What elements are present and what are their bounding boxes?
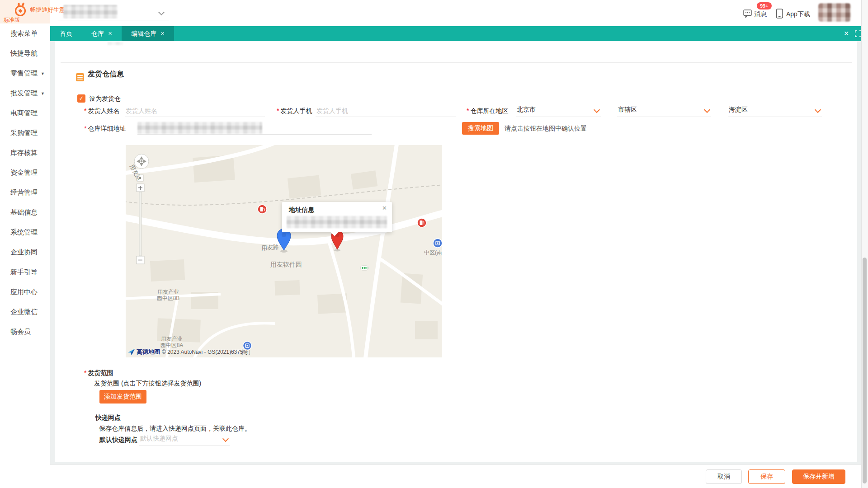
block-8b-label: 用友产业 园中区8B [152, 289, 184, 301]
gaode-logo-icon [127, 348, 135, 356]
phone-icon[interactable] [776, 9, 783, 19]
required-asterisk: * [467, 107, 469, 114]
tab-label: 首页 [60, 30, 72, 38]
gate-icon [433, 239, 442, 248]
tab-close-icon[interactable]: ✕ [108, 31, 112, 37]
sidebar-item-search-menu[interactable]: 搜索菜单 [0, 23, 50, 43]
required-asterisk: * [277, 107, 279, 114]
save-button[interactable]: 保存 [748, 469, 785, 484]
caret-down-icon: ▼ [41, 91, 45, 96]
card-divider [61, 62, 852, 63]
sidebar-item-member[interactable]: 畅会员 [0, 322, 50, 342]
messages-label[interactable]: 消息 [754, 10, 767, 19]
search-map-button[interactable]: 搜索地图 [462, 122, 499, 135]
section-title: 发货仓信息 [88, 70, 124, 79]
save-and-new-button[interactable]: 保存并新增 [792, 469, 845, 484]
brand-name: 畅捷通好生意 [30, 6, 65, 14]
page-scrollbar[interactable] [861, 0, 868, 488]
map[interactable]: 用友路 用友路 用友软件园 用友产业 园中区8B 用友产业 园中区8A 东门 中… [126, 145, 442, 357]
tab-bar: 首页 仓库 ✕ 编辑仓库 ✕ ✕ [50, 26, 868, 41]
map-copyright: © 2023 AutoNavi - GS(2021)6375号 [162, 348, 249, 356]
sidebar-item-ecommerce[interactable]: 电商管理 [0, 103, 50, 123]
tab-edit-warehouse[interactable]: 编辑仓库 ✕ [122, 26, 174, 41]
chevron-down-icon [222, 436, 229, 442]
required-asterisk: * [84, 125, 86, 132]
clipped-content-fragment [108, 42, 123, 45]
close-all-tabs-icon[interactable]: ✕ [844, 30, 849, 37]
sidebar-item-basic-info[interactable]: 基础信息 [0, 202, 50, 222]
chevron-down-icon[interactable] [158, 9, 165, 15]
company-select-underline [58, 20, 169, 20]
set-shipping-warehouse-checkbox[interactable]: ✓ [77, 94, 85, 103]
sidebar-item-beginner-guide[interactable]: 新手引导 [0, 262, 50, 282]
avatar[interactable] [818, 3, 851, 22]
map-zoom-out-control [137, 256, 144, 264]
block-8a-label: 用友产业 园中区8A [156, 336, 188, 348]
sidebar-item-system[interactable]: 系统管理 [0, 222, 50, 242]
park-label: 用友软件园 [270, 261, 302, 269]
form-card: 发货仓信息 ✓ 设为发货仓 *发货人姓名 *发货人手机 *仓库所在地区 北京市 … [55, 41, 857, 462]
tab-close-icon[interactable]: ✕ [160, 31, 165, 37]
gas-station-icon [258, 205, 267, 214]
tab-warehouse[interactable]: 仓库 ✕ [82, 26, 122, 41]
sidebar: 搜索菜单 快捷导航 零售管理▼ 批发管理▼ 电商管理 采购管理 库存核算 资金管… [0, 23, 50, 488]
sidebar-item-retail[interactable]: 零售管理▼ [0, 63, 50, 83]
sidebar-item-funds[interactable]: 资金管理 [0, 163, 50, 183]
caret-down-icon: ▼ [41, 71, 45, 76]
gas-station-icon [417, 218, 426, 227]
brand-edition: 标准版 [4, 16, 20, 24]
default-courier-select[interactable]: 默认快递网点 [139, 433, 230, 446]
required-asterisk: * [84, 369, 86, 376]
scope-hint: 发货范围 (点击下方按钮选择发货范围) [94, 380, 201, 388]
map-zoom-in-control [137, 184, 144, 192]
sidebar-item-quick-nav[interactable]: 快捷导航 [0, 43, 50, 63]
sidebar-item-wecom[interactable]: 企业微信 [0, 302, 50, 322]
map-provider: 高德地图 [137, 348, 160, 356]
city-select[interactable]: 市辖区 [617, 104, 711, 117]
district-select[interactable]: 海淀区 [728, 104, 822, 117]
required-asterisk: * [84, 107, 86, 114]
sidebar-item-inventory[interactable]: 库存核算 [0, 143, 50, 163]
region-label: *仓库所在地区 [467, 107, 508, 115]
fullscreen-icon[interactable] [855, 30, 862, 37]
road-label: 用友路 [261, 243, 279, 252]
consignor-phone-label: *发货人手机 [277, 107, 312, 115]
address-value-redacted [137, 122, 262, 134]
footer-bar: 取消 保存 保存并新增 [50, 465, 868, 488]
chevron-down-icon [815, 107, 821, 113]
top-header: 畅捷通好生意 标准版 消息 99+ App下载 [0, 0, 868, 26]
chevron-down-icon [704, 107, 710, 113]
tab-home[interactable]: 首页 [50, 26, 82, 41]
cancel-button[interactable]: 取消 [706, 469, 742, 484]
map-hint: 请点击按钮在地图中确认位置 [505, 125, 587, 133]
scrollbar-thumb[interactable] [863, 258, 867, 483]
company-name-redacted [63, 5, 118, 19]
courier-title: 快递网点 [95, 414, 121, 422]
check-icon: ✓ [79, 95, 84, 102]
mid-zone-label: 中区(南 [424, 249, 442, 257]
map-address-popup: 地址信息 ✕ [282, 202, 392, 232]
bus-stop-icon [360, 266, 368, 270]
scope-label: *发货范围 [84, 369, 113, 377]
app-window: 畅捷通好生意 标准版 消息 99+ App下载 首页 仓库 ✕ 编辑 [0, 0, 868, 488]
tab-label: 仓库 [91, 30, 104, 38]
default-courier-label: 默认快递网点 [99, 436, 137, 444]
message-icon[interactable] [743, 9, 752, 18]
popup-close-icon[interactable]: ✕ [382, 205, 387, 211]
tab-label: 编辑仓库 [131, 30, 156, 38]
consignor-name-input[interactable] [125, 105, 265, 117]
province-select[interactable]: 北京市 [516, 104, 601, 117]
messages-badge: 99+ [757, 2, 772, 9]
sidebar-item-wholesale[interactable]: 批发管理▼ [0, 83, 50, 103]
sidebar-item-operations[interactable]: 经营管理 [0, 183, 50, 202]
section-list-icon [76, 73, 84, 81]
map-attribution: 高德地图 © 2023 AutoNavi - GS(2021)6375号 [127, 348, 249, 356]
address-label: *仓库详细地址 [84, 125, 126, 133]
add-scope-button[interactable]: 添加发货范围 [99, 390, 146, 404]
sidebar-item-procurement[interactable]: 采购管理 [0, 123, 50, 143]
app-download-label[interactable]: App下载 [786, 10, 810, 19]
sidebar-item-app-center[interactable]: 应用中心 [0, 282, 50, 302]
consignor-phone-input[interactable] [316, 105, 456, 117]
sidebar-item-collaboration[interactable]: 企业协同 [0, 242, 50, 262]
consignor-name-label: *发货人姓名 [84, 107, 119, 115]
